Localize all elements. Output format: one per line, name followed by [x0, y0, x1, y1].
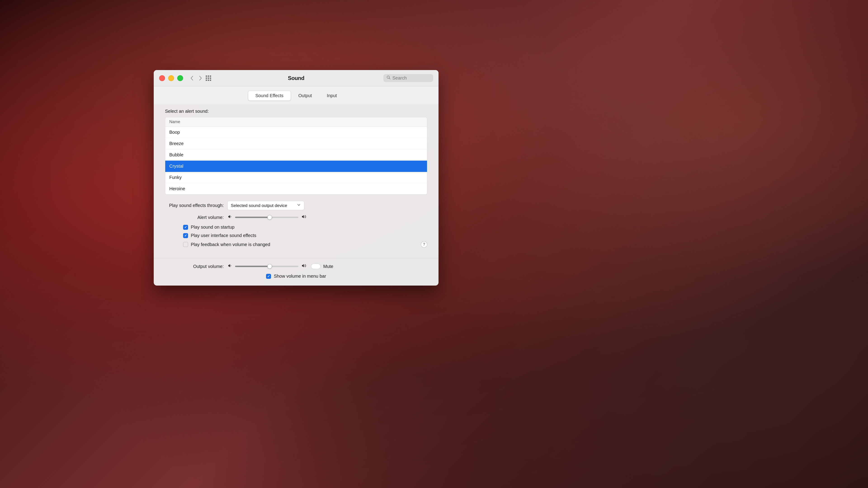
play-startup-label: Play sound on startup [191, 225, 235, 230]
window-title: Sound [288, 75, 304, 81]
grid-view-button[interactable] [206, 75, 211, 81]
output-volume-slider[interactable] [235, 266, 298, 267]
play-startup-row: Play sound on startup [183, 225, 427, 230]
output-vol-high-icon [301, 263, 307, 269]
search-input[interactable] [393, 75, 429, 80]
sound-effects-content: Select an alert sound: Name Boop Breeze … [154, 104, 438, 256]
output-volume-slider-container [227, 263, 307, 269]
play-ui-label: Play user interface sound effects [191, 233, 256, 238]
alert-volume-slider[interactable] [235, 217, 298, 218]
search-icon [386, 75, 391, 80]
play-through-row: Play sound effects through: Selected sou… [165, 201, 427, 210]
tab-sound-effects[interactable]: Sound Effects [248, 91, 291, 101]
play-through-label: Play sound effects through: [165, 203, 224, 208]
sound-list-header: Name [165, 117, 427, 127]
play-ui-row: Play user interface sound effects [183, 233, 427, 238]
alert-volume-label: Alert volume: [165, 215, 224, 220]
sound-item-bubble[interactable]: Bubble [165, 149, 427, 161]
sound-item-breeze[interactable]: Breeze [165, 138, 427, 149]
traffic-lights [159, 75, 183, 81]
alert-vol-high-icon [301, 214, 307, 221]
help-button[interactable]: ? [421, 241, 427, 248]
checkboxes-section: Play sound on startup Play user interfac… [165, 225, 427, 248]
grid-icon [206, 75, 211, 81]
show-volume-label: Show volume in menu bar [274, 273, 326, 279]
close-button[interactable] [159, 75, 165, 81]
sound-item-boop[interactable]: Boop [165, 127, 427, 138]
show-volume-row: Show volume in menu bar [165, 273, 427, 279]
mute-label: Mute [323, 264, 333, 269]
minimize-button[interactable] [168, 75, 174, 81]
search-box[interactable] [383, 74, 433, 82]
select-alert-sound-label: Select an alert sound: [165, 109, 427, 114]
show-volume-checkbox[interactable] [266, 274, 271, 279]
play-through-value: Selected sound output device [231, 203, 287, 208]
svg-line-1 [389, 78, 391, 79]
tab-bar: Sound Effects Output Input [154, 86, 438, 104]
sound-item-funky[interactable]: Funky [165, 172, 427, 183]
alert-vol-low-icon [227, 214, 232, 221]
tab-output[interactable]: Output [291, 91, 319, 101]
dropdown-arrow-icon [297, 203, 301, 208]
section-divider [154, 258, 438, 258]
alert-volume-slider-container [227, 214, 307, 221]
mute-toggle: Mute [311, 264, 333, 269]
sound-item-crystal[interactable]: Crystal [165, 161, 427, 172]
output-volume-label: Output volume: [165, 264, 224, 269]
alert-volume-row: Alert volume: [165, 214, 427, 221]
play-through-dropdown[interactable]: Selected sound output device [227, 201, 304, 210]
nav-buttons [188, 75, 204, 82]
play-feedback-row: Play feedback when volume is changed ? [183, 241, 427, 248]
maximize-button[interactable] [177, 75, 183, 81]
sound-preferences-window: Sound Sound Effects Output Input Select … [154, 70, 438, 286]
titlebar: Sound [154, 70, 438, 86]
play-startup-checkbox[interactable] [183, 225, 188, 230]
forward-button[interactable] [197, 75, 204, 82]
bottom-section: Output volume: [154, 263, 438, 286]
mute-checkbox[interactable] [311, 264, 320, 269]
play-feedback-checkbox[interactable] [183, 242, 188, 247]
play-feedback-label: Play feedback when volume is changed [191, 242, 270, 247]
output-volume-row: Output volume: [165, 263, 427, 269]
alert-sound-list: Name Boop Breeze Bubble Crystal Funky He… [165, 117, 427, 195]
play-ui-checkbox[interactable] [183, 233, 188, 238]
back-button[interactable] [188, 75, 195, 82]
tab-input[interactable]: Input [320, 91, 344, 101]
output-vol-low-icon [227, 263, 232, 269]
sound-item-heroine[interactable]: Heroine [165, 183, 427, 194]
